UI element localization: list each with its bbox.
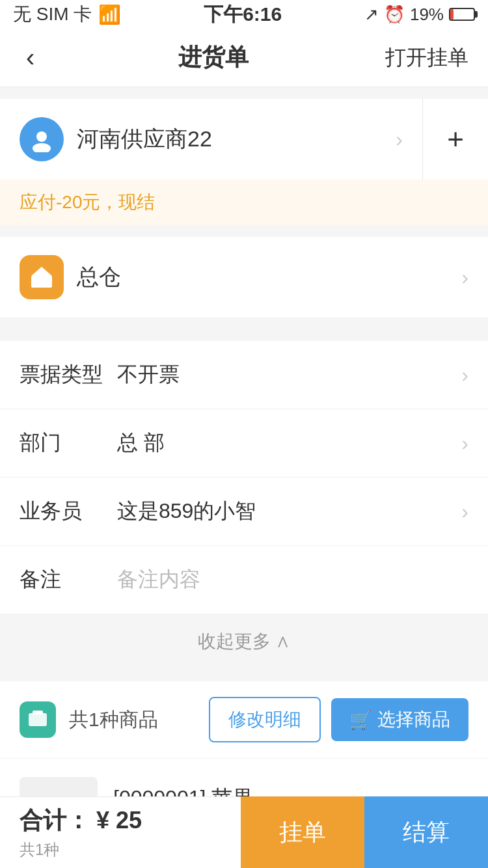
warehouse-name: 总仓 xyxy=(77,262,455,292)
form-section: 票据类型 不开票 › 部门 总 部 › 业务员 这是859的小智 › 备注 备注… xyxy=(0,341,488,614)
svg-marker-3 xyxy=(31,267,52,276)
warehouse-section[interactable]: 总仓 › xyxy=(0,237,488,318)
salesperson-label: 业务员 xyxy=(20,497,104,526)
remark-label: 备注 xyxy=(20,565,104,594)
chevron-right-icon: › xyxy=(396,128,403,152)
invoice-type-value: 不开票 xyxy=(104,360,455,389)
hang-button[interactable]: 挂单 xyxy=(241,796,364,868)
notice-banner: 应付-20元，现结 xyxy=(0,180,488,225)
chevron-right-icon: › xyxy=(461,431,468,455)
collapse-button[interactable]: 收起更多 ∧ xyxy=(0,614,488,670)
location-icon: ↗ xyxy=(364,5,379,25)
battery-icon xyxy=(449,8,475,21)
select-product-label: 选择商品 xyxy=(377,707,450,732)
open-hang-button[interactable]: 打开挂单 xyxy=(385,44,468,72)
products-icon xyxy=(20,701,56,738)
collapse-label: 收起更多 ∧ xyxy=(198,629,291,654)
bottom-bar: 合计： ¥ 25 共1种 挂单 结算 xyxy=(0,796,488,868)
status-time: 下午6:16 xyxy=(204,1,282,28)
page-title: 进货单 xyxy=(178,42,249,74)
status-bar: 无 SIM 卡 📶 下午6:16 ↗ ⏰ 19% xyxy=(0,0,488,29)
remark-input[interactable]: 备注内容 xyxy=(104,565,468,594)
supplier-selector[interactable]: 河南供应商22 › xyxy=(0,99,423,180)
remark-row[interactable]: 备注 备注内容 xyxy=(0,546,488,614)
salesperson-value: 这是859的小智 xyxy=(104,497,455,526)
select-product-button[interactable]: 🛒 选择商品 xyxy=(331,698,468,741)
cart-icon: 🛒 xyxy=(349,709,372,731)
department-value: 总 部 xyxy=(104,429,455,457)
nav-bar: ‹ 进货单 打开挂单 xyxy=(0,29,488,87)
products-header: 共1种商品 修改明细 🛒 选择商品 xyxy=(0,681,488,759)
department-label: 部门 xyxy=(20,429,104,457)
battery-percent: 19% xyxy=(410,5,444,25)
edit-detail-button[interactable]: 修改明细 xyxy=(209,697,321,742)
status-indicators: ↗ ⏰ 19% xyxy=(364,5,475,25)
department-row[interactable]: 部门 总 部 › xyxy=(0,409,488,478)
chevron-right-icon: › xyxy=(461,265,468,290)
products-count: 共1种商品 xyxy=(69,707,209,733)
wifi-icon: 📶 xyxy=(98,4,121,25)
svg-rect-5 xyxy=(33,711,43,714)
add-supplier-button[interactable]: + xyxy=(423,99,488,180)
invoice-type-label: 票据类型 xyxy=(20,360,104,389)
checkout-button[interactable]: 结算 xyxy=(364,796,488,868)
total-value: ¥ 25 xyxy=(96,807,142,834)
total-section: 合计： ¥ 25 共1种 xyxy=(0,796,241,868)
invoice-type-row[interactable]: 票据类型 不开票 › xyxy=(0,341,488,409)
svg-point-0 xyxy=(36,131,47,142)
supplier-name: 河南供应商22 xyxy=(77,124,389,154)
back-button[interactable]: ‹ xyxy=(20,36,41,79)
salesperson-row[interactable]: 业务员 这是859的小智 › xyxy=(0,478,488,546)
supplier-section: 河南供应商22 › + xyxy=(0,99,488,180)
svg-point-1 xyxy=(33,143,51,152)
total-sub: 共1种 xyxy=(20,839,221,860)
chevron-right-icon: › xyxy=(461,500,468,524)
svg-rect-4 xyxy=(29,713,47,726)
carrier-text: 无 SIM 卡 xyxy=(13,2,92,27)
total-amount: 合计： ¥ 25 xyxy=(20,805,221,837)
notice-text: 应付-20元，现结 xyxy=(20,192,155,212)
chevron-right-icon: › xyxy=(461,363,468,387)
status-carrier: 无 SIM 卡 📶 xyxy=(13,2,121,27)
warehouse-icon xyxy=(20,255,64,299)
supplier-avatar xyxy=(20,117,64,161)
total-label: 合计： xyxy=(20,807,90,834)
alarm-icon: ⏰ xyxy=(384,5,405,25)
svg-rect-2 xyxy=(31,276,52,288)
